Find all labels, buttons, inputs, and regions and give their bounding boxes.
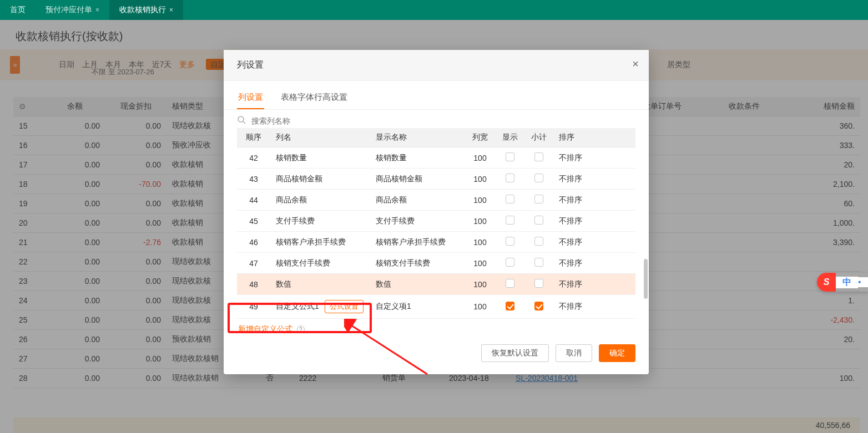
col-name: 核销数量 (270, 147, 370, 169)
columns-table: 顺序 列名 显示名称 列宽 显示 小计 排序 42核销数量核销数量100不排序4… (237, 128, 635, 319)
subtotal-checkbox[interactable] (534, 174, 543, 182)
subtotal-checkbox[interactable] (534, 279, 543, 288)
column-row[interactable]: 46核销客户承担手续费核销客户承担手续费100不排序 (237, 232, 635, 253)
col-order: 44 (237, 190, 270, 211)
col-width: 100 (465, 147, 496, 169)
show-checkbox[interactable] (506, 195, 514, 203)
col-width: 100 (465, 169, 496, 190)
tab-receipt-verify-label: 收款核销执行 (119, 5, 166, 15)
col-display-name: 核销支付手续费 (370, 253, 465, 274)
subtotal-checkbox[interactable] (534, 237, 543, 246)
col-order: 45 (237, 211, 270, 232)
col-sort: 不排序 (553, 190, 635, 211)
col-sort: 不排序 (553, 295, 635, 319)
col-name: 自定义公式1 公式设置 (270, 295, 370, 319)
col-sort: 不排序 (553, 211, 635, 232)
show-checkbox[interactable] (506, 174, 514, 182)
col-display-name: 核销客户承担手续费 (370, 232, 465, 253)
close-icon[interactable]: × (95, 6, 99, 14)
column-row[interactable]: 42核销数量核销数量100不排序 (237, 147, 635, 169)
ime-badge[interactable]: S 中 • (817, 273, 868, 292)
subtotal-checkbox[interactable] (534, 302, 543, 310)
col-width: 100 (465, 232, 496, 253)
col-sort: 不排序 (553, 147, 635, 169)
col-display-name: 核销数量 (370, 147, 465, 169)
show-checkbox[interactable] (506, 302, 514, 310)
show-checkbox[interactable] (506, 152, 514, 161)
col-name: 商品余额 (270, 190, 370, 211)
tab-font-rowheight[interactable]: 表格字体行高设置 (280, 88, 349, 109)
close-icon[interactable]: × (632, 58, 639, 70)
show-checkbox[interactable] (506, 258, 514, 267)
ime-lang: 中 (836, 277, 858, 288)
tab-receipt-verify[interactable]: 收款核销执行 × (109, 0, 183, 20)
cancel-button[interactable]: 取消 (556, 344, 592, 362)
h-sort: 排序 (553, 128, 635, 147)
col-width: 100 (465, 253, 496, 274)
h-name: 列名 (270, 128, 370, 147)
col-width: 100 (465, 274, 496, 295)
column-row[interactable]: 45支付手续费支付手续费100不排序 (237, 211, 635, 232)
subtotal-checkbox[interactable] (534, 216, 543, 225)
ime-logo-icon: S (817, 273, 836, 292)
add-custom-label: 新增自定义公式 (238, 324, 292, 333)
col-sort: 不排序 (553, 232, 635, 253)
help-icon[interactable]: ? (297, 325, 305, 333)
column-row[interactable]: 47核销支付手续费核销支付手续费100不排序 (237, 253, 635, 274)
modal-header: 列设置 × (224, 50, 649, 81)
column-row[interactable]: 43商品核销金额商品核销金额100不排序 (237, 169, 635, 190)
restore-default-button[interactable]: 恢复默认设置 (481, 344, 549, 362)
svg-line-1 (243, 121, 245, 124)
tab-home[interactable]: 首页 (0, 0, 36, 20)
show-checkbox[interactable] (506, 279, 514, 288)
modal-footer: 恢复默认设置 取消 确定 (224, 334, 649, 374)
subtotal-checkbox[interactable] (534, 195, 543, 203)
scrollbar-thumb[interactable] (644, 259, 648, 299)
show-checkbox[interactable] (506, 237, 514, 246)
svg-point-0 (238, 116, 244, 122)
col-width: 100 (465, 190, 496, 211)
tab-column-settings[interactable]: 列设置 (237, 88, 264, 109)
col-width: 100 (465, 211, 496, 232)
search-input[interactable] (250, 116, 395, 126)
col-name: 数值 (270, 274, 370, 295)
col-display-name: 商品余额 (370, 190, 465, 211)
col-order: 46 (237, 232, 270, 253)
show-checkbox[interactable] (506, 216, 514, 225)
col-name: 核销客户承担手续费 (270, 232, 370, 253)
add-custom-formula-link[interactable]: 新增自定义公式 ? (238, 324, 635, 334)
h-show: 显示 (496, 128, 524, 147)
subtotal-checkbox[interactable] (534, 152, 543, 161)
col-display-name: 商品核销金额 (370, 169, 465, 190)
column-row[interactable]: 48数值数值100不排序 (237, 274, 635, 295)
tab-prepay[interactable]: 预付冲应付单 × (36, 0, 109, 20)
subtotal-checkbox[interactable] (534, 258, 543, 267)
column-settings-modal: 列设置 × 列设置 表格字体行高设置 顺序 列名 显示名称 列宽 显示 小计 排… (224, 50, 649, 374)
modal-body: 顺序 列名 显示名称 列宽 显示 小计 排序 42核销数量核销数量100不排序4… (224, 128, 649, 334)
modal-search (224, 110, 649, 128)
col-sort: 不排序 (553, 253, 635, 274)
col-width: 100 (465, 295, 496, 319)
formula-settings-button[interactable]: 公式设置 (325, 300, 364, 313)
ok-button[interactable]: 确定 (599, 344, 635, 362)
topbar: 首页 预付冲应付单 × 收款核销执行 × (0, 0, 868, 20)
ime-dot: • (858, 277, 868, 287)
col-sort: 不排序 (553, 169, 635, 190)
modal-tabs: 列设置 表格字体行高设置 (224, 81, 649, 110)
col-display-name: 支付手续费 (370, 211, 465, 232)
search-icon (237, 115, 246, 126)
column-row[interactable]: 44商品余额商品余额100不排序 (237, 190, 635, 211)
col-sort: 不排序 (553, 274, 635, 295)
col-order: 48 (237, 274, 270, 295)
col-display-name: 数值 (370, 274, 465, 295)
column-row[interactable]: 49自定义公式1 公式设置自定义项1100不排序 (237, 295, 635, 319)
close-icon[interactable]: × (169, 6, 173, 14)
col-display-name: 自定义项1 (370, 295, 465, 319)
col-order: 43 (237, 169, 270, 190)
tab-prepay-label: 预付冲应付单 (46, 5, 92, 15)
col-order: 47 (237, 253, 270, 274)
h-subtotal: 小计 (524, 128, 553, 147)
col-order: 49 (237, 295, 270, 319)
col-name: 支付手续费 (270, 211, 370, 232)
col-name: 核销支付手续费 (270, 253, 370, 274)
